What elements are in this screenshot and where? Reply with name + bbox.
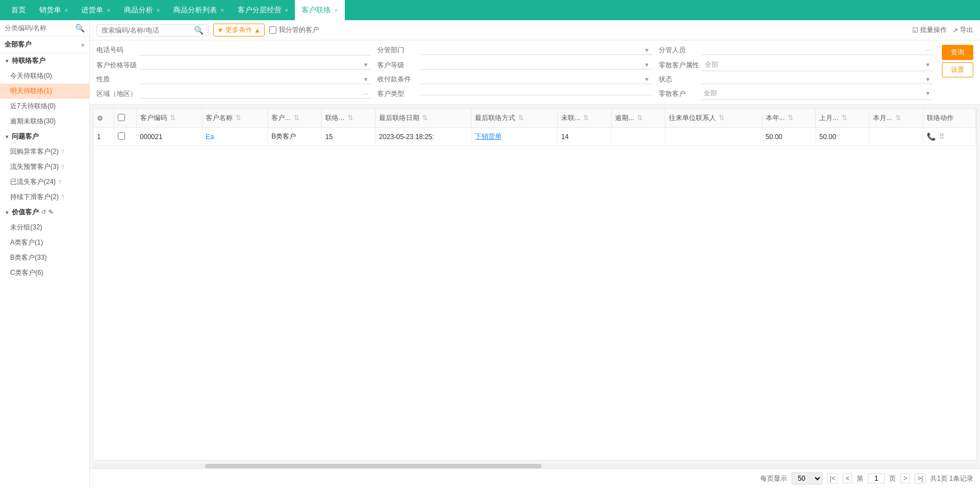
sidebar-item-churn-warning[interactable]: 流失预警客户(3) ?	[0, 159, 89, 174]
first-page-btn[interactable]: |<	[827, 473, 838, 484]
sort-icon[interactable]: ⇅	[637, 114, 642, 122]
filter-row-4: 区域（地区） ··· 客户类型	[96, 88, 933, 100]
section-value-customers[interactable]: 价值客户 ↺ ✎	[0, 205, 89, 220]
filter-row-3: 性质 ▼ 收付款条件 ▼	[96, 75, 933, 84]
more-filter-btn[interactable]: ▼ 更多条件 ▲	[213, 24, 265, 36]
filter-dept-select[interactable]: ▼	[420, 46, 651, 55]
nav-home[interactable]: 首页	[4, 0, 33, 20]
row-last-contact-method[interactable]: 下销货单	[471, 128, 557, 146]
help-icon[interactable]: ?	[61, 149, 64, 155]
batch-ops-btn[interactable]: ☑ 批量操作	[912, 25, 947, 35]
row-overdue	[611, 128, 665, 146]
sort-icon[interactable]: ⇅	[348, 114, 353, 122]
page-input[interactable]	[868, 473, 885, 484]
last-page-btn[interactable]: >|	[914, 473, 926, 484]
row-this-year: 50.00	[762, 128, 816, 146]
sidebar-search-icon[interactable]: 🔍	[75, 24, 85, 33]
sort-icon[interactable]: ⇅	[895, 114, 901, 122]
sidebar-item-a-class[interactable]: A类客户(1)	[0, 235, 89, 250]
help-icon[interactable]: ?	[58, 179, 61, 186]
nav-close-icon[interactable]: ×	[107, 7, 110, 13]
next-page-btn[interactable]: >	[900, 473, 910, 484]
sidebar-item-declining[interactable]: 持续下滑客户(2) ?	[0, 190, 89, 205]
nav-close-icon[interactable]: ×	[285, 7, 288, 13]
set-button[interactable]: 设置	[942, 62, 973, 77]
sidebar-item-b-class[interactable]: B类客户(33)	[0, 250, 89, 265]
filter-nature-select[interactable]: ▼	[139, 75, 371, 84]
filter-field-dept: 分管部门 ▼	[377, 45, 651, 55]
per-page-select[interactable]: 50 100 200	[792, 472, 822, 485]
nav-close-icon[interactable]: ×	[156, 7, 160, 13]
section-problem-customers[interactable]: 问题客户	[0, 129, 89, 144]
filter-field-price-level: 客户价格等级 ▼	[96, 61, 371, 70]
sidebar-item-churned[interactable]: 已流失客户(24) ?	[0, 174, 89, 190]
checkbox-icon: ☑	[912, 26, 918, 34]
export-btn[interactable]: ↗ 导出	[953, 25, 973, 35]
filter-manager-select[interactable]: ···	[701, 45, 933, 55]
sidebar: 🔍 全部客户 « 待联络客户 今天待联络(0) 明天待联络(1) 近7天待联络(…	[0, 20, 90, 488]
sidebar-item-overdue-contact[interactable]: 逾期未联络(30)	[0, 114, 89, 129]
sidebar-item-ungrouped[interactable]: 未分组(32)	[0, 220, 89, 235]
row-last-contact-date: 2023-05-23 18:25:	[376, 128, 471, 146]
filter-region-select[interactable]: ···	[140, 89, 371, 99]
filter-scatter-attr-select[interactable]: 全部 ▼	[702, 59, 933, 71]
help-icon[interactable]: ?	[61, 164, 64, 171]
top-nav: 首页 销货单 × 进货单 × 商品分析 × 商品分析列表 × 客户分层经营 × …	[0, 0, 980, 20]
sidebar-search-input[interactable]	[4, 24, 75, 32]
nav-purchase-order[interactable]: 进货单 ×	[75, 0, 117, 20]
section-pending-contact[interactable]: 待联络客户	[0, 53, 89, 68]
search-input[interactable]	[101, 26, 194, 34]
sidebar-item-7days-contact[interactable]: 近7天待联络(0)	[0, 99, 89, 114]
sort-icon[interactable]: ⇅	[170, 114, 175, 122]
query-button[interactable]: 查询	[942, 45, 973, 60]
filter-customer-type-select[interactable]	[420, 93, 651, 95]
more-action-icon[interactable]: ⠿	[939, 132, 945, 141]
all-customers-header[interactable]: 全部客户 «	[0, 36, 89, 53]
col-last-contact-date: 最后联络日期 ⇅	[376, 109, 471, 128]
nav-customer-layered[interactable]: 客户分层经营 ×	[231, 0, 295, 20]
nav-product-analysis[interactable]: 商品分析 ×	[117, 0, 167, 20]
sort-icon[interactable]: ⇅	[719, 114, 724, 122]
prev-page-btn[interactable]: <	[843, 473, 852, 484]
sort-icon[interactable]: ⇅	[294, 114, 299, 122]
filter-payment-select[interactable]: ▼	[420, 75, 651, 84]
sidebar-item-tomorrow-contact[interactable]: 明天待联络(1)	[0, 84, 89, 99]
contact-action-icon[interactable]: 📞	[927, 132, 936, 141]
help-icon[interactable]: ?	[61, 194, 64, 201]
edit-icon[interactable]: ✎	[48, 209, 53, 216]
sort-icon[interactable]: ⇅	[583, 114, 589, 122]
sort-icon[interactable]: ⇅	[842, 114, 847, 122]
nav-sales-order[interactable]: 销货单 ×	[33, 0, 75, 20]
col-this-year: 本年... ⇅	[762, 109, 816, 128]
my-customer-checkbox[interactable]	[269, 26, 276, 34]
row-select-checkbox[interactable]	[118, 132, 125, 140]
sort-icon[interactable]: ⇅	[422, 114, 428, 122]
row-type: B类客户	[268, 128, 322, 146]
collapse-icon[interactable]: «	[81, 41, 85, 49]
filter-price-level-select[interactable]: ▼	[140, 61, 371, 70]
sort-icon[interactable]: ⇅	[235, 114, 241, 122]
sort-icon[interactable]: ⇅	[788, 114, 793, 122]
row-this-month	[870, 128, 923, 146]
filter-status-select[interactable]: ▼	[701, 75, 933, 84]
sidebar-item-today-contact[interactable]: 今天待联络(0)	[0, 68, 89, 84]
filter-customer-level-select[interactable]: ▼	[420, 61, 651, 70]
search-icon[interactable]: 🔍	[194, 26, 204, 35]
nav-product-analysis-list[interactable]: 商品分析列表 ×	[167, 0, 230, 20]
filter-phone-input[interactable]	[139, 45, 371, 56]
select-all-checkbox[interactable]	[118, 114, 125, 121]
col-settings[interactable]: ⚙	[94, 109, 114, 128]
nav-close-icon[interactable]: ×	[220, 7, 224, 13]
nav-customer-contact[interactable]: 客户联络 ×	[295, 0, 344, 20]
refresh-icon[interactable]: ↺	[41, 209, 46, 216]
nav-close-icon[interactable]: ×	[64, 7, 68, 13]
row-name[interactable]: Ea	[202, 128, 267, 146]
nav-close-icon[interactable]: ×	[334, 7, 338, 13]
sidebar-item-repurchase-abnormal[interactable]: 回购异常客户(2) ?	[0, 144, 89, 159]
horizontal-scrollbar[interactable]	[93, 464, 977, 468]
scrollbar-thumb[interactable]	[205, 464, 542, 468]
sort-icon[interactable]: ⇅	[518, 114, 524, 122]
chevron-down-icon: ▼	[644, 76, 650, 82]
sidebar-item-c-class[interactable]: C类客户(6)	[0, 265, 89, 280]
filter-scatter-customer-select[interactable]: 全部 ▼	[701, 88, 933, 100]
